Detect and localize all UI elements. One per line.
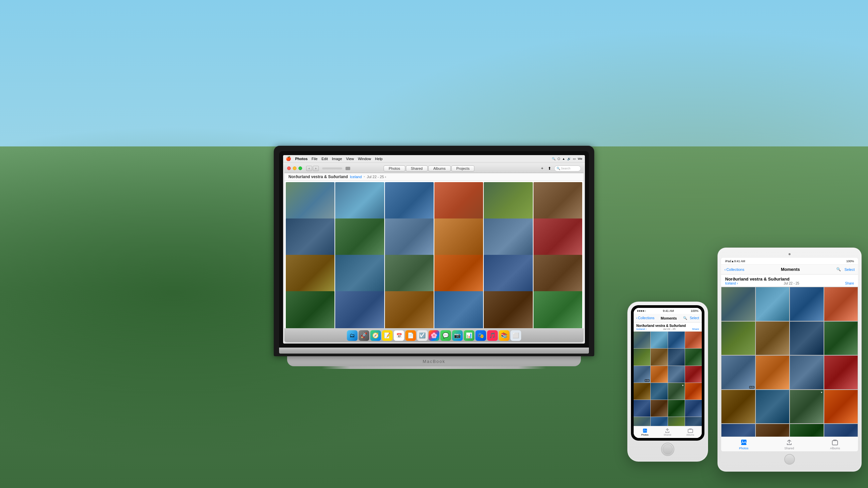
iphone-photo[interactable]: [668, 366, 685, 383]
ipad-photo[interactable]: [790, 322, 824, 355]
iphone-photo[interactable]: [633, 383, 650, 400]
search-box[interactable]: 🔍 Search: [554, 165, 581, 171]
iphone-tab-albums[interactable]: Albums: [686, 428, 694, 436]
iphone-photo[interactable]: [685, 331, 702, 348]
iphone-photo[interactable]: [651, 331, 668, 348]
iphone-select-button[interactable]: Select: [690, 316, 699, 320]
ipad-tab-shared[interactable]: Shared: [784, 438, 794, 450]
ipad-photo[interactable]: [756, 356, 789, 389]
iphone-photo[interactable]: [633, 417, 650, 426]
dock-icon-ibooks[interactable]: 📚: [499, 330, 509, 341]
ipad-photo[interactable]: [756, 322, 789, 355]
ipad-photo[interactable]: [824, 390, 858, 424]
ipad-photo[interactable]: [824, 356, 858, 389]
photo-thumb[interactable]: [533, 291, 582, 328]
iphone-tab-shared[interactable]: Shared: [664, 428, 671, 436]
iphone-photo[interactable]: [651, 417, 668, 426]
dock-icon-facetime[interactable]: 📷: [452, 330, 463, 341]
ipad-photo[interactable]: ♥: [790, 390, 824, 424]
iphone-photo[interactable]: [685, 400, 702, 417]
photo-thumb[interactable]: 0:17: [385, 291, 434, 328]
iphone-moment-location[interactable]: Iceland ›: [636, 328, 647, 331]
iphone-photo[interactable]: [651, 349, 668, 365]
iphone-photo[interactable]: [651, 366, 668, 383]
dock-icon-numbers[interactable]: 📊: [464, 330, 474, 341]
menu-window[interactable]: Window: [358, 157, 371, 161]
iphone-photo[interactable]: [685, 383, 702, 400]
ipad-photo[interactable]: [756, 390, 789, 424]
iphone-photo[interactable]: [668, 349, 685, 365]
ipad-moment-location[interactable]: Iceland ›: [725, 282, 738, 285]
tab-shared[interactable]: Shared: [406, 165, 428, 171]
iphone-photo[interactable]: [633, 400, 650, 417]
dock-icon-launchpad[interactable]: 🚀: [359, 330, 369, 341]
photo-thumb[interactable]: [484, 291, 532, 328]
ipad-photo[interactable]: [824, 287, 858, 321]
dock-icon-pages[interactable]: 📄: [405, 330, 416, 341]
dock-icon-safari[interactable]: 🧭: [370, 330, 381, 341]
menu-file[interactable]: File: [311, 157, 317, 161]
ipad-photo[interactable]: [756, 424, 789, 436]
tab-projects[interactable]: Projects: [452, 165, 475, 171]
minimize-button[interactable]: [293, 166, 297, 170]
ipad-tab-photos[interactable]: Photos: [739, 438, 748, 450]
ipad-photo[interactable]: [721, 287, 755, 321]
iphone-tab-photos[interactable]: Photos: [641, 428, 649, 436]
iphone-photo[interactable]: [668, 331, 685, 348]
tab-photos[interactable]: Photos: [383, 165, 405, 171]
menu-view[interactable]: View: [346, 157, 354, 161]
iphone-share-button[interactable]: Share: [692, 328, 699, 331]
dock-icon-keynote[interactable]: 🎭: [475, 330, 486, 341]
dock-icon-finder[interactable]: 🗂: [347, 330, 358, 341]
close-button[interactable]: [287, 166, 291, 170]
iphone-photo[interactable]: [633, 331, 650, 348]
iphone-photo[interactable]: [668, 417, 685, 426]
ipad-share-button[interactable]: Share: [845, 282, 854, 285]
menu-image[interactable]: Image: [332, 157, 342, 161]
photo-thumb[interactable]: 0:12: [286, 291, 335, 328]
iphone-photo[interactable]: 0:23: [633, 366, 650, 383]
slider-control[interactable]: [322, 167, 342, 169]
ipad-home-button[interactable]: [784, 454, 795, 465]
dock-icon-messages[interactable]: 💬: [440, 330, 451, 341]
iphone-back-label[interactable]: Collections: [638, 316, 654, 320]
dock-icon-photos[interactable]: 🌸: [429, 330, 439, 341]
ipad-tab-albums[interactable]: Albums: [830, 438, 840, 450]
photo-thumb[interactable]: [335, 291, 384, 328]
ipad-photo[interactable]: [721, 322, 755, 355]
iphone-photo[interactable]: [668, 400, 685, 417]
ipad-photo[interactable]: [790, 424, 824, 436]
ipad-search-button[interactable]: 🔍: [836, 267, 841, 271]
menu-photos[interactable]: Photos: [295, 157, 307, 161]
menu-help[interactable]: Help: [375, 157, 382, 161]
iphone-photo[interactable]: [633, 349, 650, 365]
menu-edit[interactable]: Edit: [321, 157, 328, 161]
ipad-back-label[interactable]: Collections: [726, 267, 744, 271]
ipad-photo[interactable]: [824, 322, 858, 355]
ipad-photo[interactable]: 0:23: [721, 356, 755, 389]
iphone-photo[interactable]: ♥: [668, 383, 685, 400]
ipad-photo[interactable]: [721, 424, 755, 436]
iphone-home-button[interactable]: [661, 443, 674, 456]
ipad-select-button[interactable]: Select: [844, 267, 855, 271]
dock-icon-calendar[interactable]: 📅: [394, 330, 404, 341]
dock-icon-reminders[interactable]: ☑️: [417, 330, 428, 341]
ipad-photo[interactable]: [721, 390, 755, 424]
ipad-photo[interactable]: [790, 356, 824, 389]
forward-nav-button[interactable]: ›: [313, 166, 319, 171]
iphone-search-button[interactable]: 🔍: [683, 316, 687, 320]
ipad-photo[interactable]: [824, 424, 858, 436]
iphone-photo[interactable]: [685, 417, 702, 426]
share-button[interactable]: ⬆: [547, 166, 552, 171]
iphone-photo[interactable]: [651, 400, 668, 417]
ipad-photo[interactable]: [756, 287, 789, 321]
dock-icon-extra[interactable]: ⬜: [510, 330, 521, 341]
ipad-photo[interactable]: [790, 287, 824, 321]
dock-icon-notes[interactable]: 📝: [382, 330, 393, 341]
dock-icon-itunes[interactable]: 🎵: [487, 330, 498, 341]
view-toggle-icon[interactable]: [345, 167, 350, 170]
location-link[interactable]: Iceland: [350, 175, 362, 179]
tab-albums[interactable]: Albums: [428, 165, 451, 171]
iphone-back-button[interactable]: ‹ Collections: [636, 316, 654, 320]
add-button[interactable]: ＋: [539, 166, 545, 171]
